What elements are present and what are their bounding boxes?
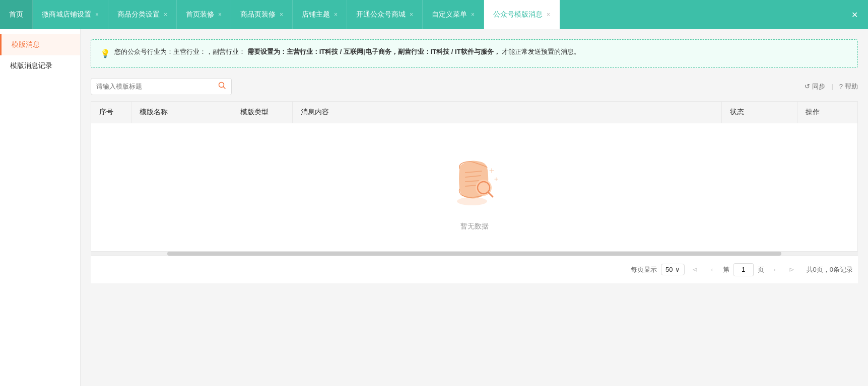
nav-tab-category[interactable]: 商品分类设置 × — [108, 0, 177, 29]
empty-text: 暂无数据 — [91, 222, 857, 231]
col-status: 状态 — [722, 101, 797, 123]
main-layout: 模版消息 模版消息记录 💡 您的公众号行业为：主营行业：，副营行业： 需要设置为… — [0, 29, 868, 386]
sidebar: 模版消息 模版消息记录 — [0, 29, 81, 386]
page-size-select[interactable]: 50 ∨ — [661, 264, 684, 275]
help-button[interactable]: ? 帮助 — [839, 82, 858, 91]
nav-tab-open-shop[interactable]: 开通公众号商城 × — [347, 0, 423, 29]
close-tab-category[interactable]: × — [164, 11, 167, 18]
close-tab-home-decor[interactable]: × — [218, 11, 222, 18]
sync-button[interactable]: ↺ 同步 — [805, 82, 825, 91]
last-page-button[interactable]: ⊳ — [785, 263, 798, 276]
nav-tab-product-decor[interactable]: 商品页装修 × — [231, 0, 293, 29]
notice-icon: 💡 — [100, 47, 110, 60]
col-name: 模版名称 — [131, 101, 232, 123]
toolbar-divider: | — [831, 83, 833, 90]
search-input[interactable] — [96, 83, 218, 90]
first-page-button[interactable]: ⊲ — [689, 263, 702, 276]
data-table: 序号 模版名称 模版类型 消息内容 状态 操作 — [91, 101, 858, 252]
sidebar-item-template-message-record[interactable]: 模版消息记录 — [0, 55, 80, 76]
notice-box: 💡 您的公众号行业为：主营行业：，副营行业： 需要设置为：主营行业：IT科技 /… — [91, 39, 858, 68]
sync-icon: ↺ — [805, 83, 810, 90]
page-unit: 页 — [758, 265, 764, 274]
close-tab-template-message[interactable]: × — [547, 11, 550, 18]
empty-illustration — [444, 153, 505, 214]
top-nav: 首页 微商城店铺设置 × 商品分类设置 × 首页装修 × 商品页装修 × 店铺主… — [0, 0, 868, 29]
scrollbar-thumb[interactable] — [167, 252, 781, 256]
table-container: 序号 模版名称 模版类型 消息内容 状态 操作 — [91, 101, 858, 256]
close-tab-custom-menu[interactable]: × — [471, 11, 475, 18]
toolbar-right: ↺ 同步 | ? 帮助 — [805, 82, 858, 91]
nav-tab-template-message[interactable]: 公众号模版消息 × — [484, 0, 560, 29]
page-input[interactable] — [733, 263, 754, 276]
page-size-label: 每页显示 — [631, 265, 657, 274]
sidebar-item-template-message[interactable]: 模版消息 — [0, 34, 80, 55]
horizontal-scrollbar[interactable] — [91, 252, 858, 256]
close-tab-store-settings[interactable]: × — [95, 11, 99, 18]
nav-tab-home[interactable]: 首页 — [0, 0, 33, 29]
search-input-wrapper — [91, 78, 232, 95]
next-page-button[interactable]: › — [768, 263, 781, 276]
close-tab-open-shop[interactable]: × — [410, 11, 413, 18]
close-all-button[interactable]: ✕ — [841, 10, 868, 20]
nav-tab-home-decor[interactable]: 首页装修 × — [177, 0, 231, 29]
close-tab-theme[interactable]: × — [334, 11, 338, 18]
col-content: 消息内容 — [293, 101, 722, 123]
nav-tab-store-settings[interactable]: 微商城店铺设置 × — [33, 0, 108, 29]
svg-line-9 — [488, 192, 493, 197]
prev-page-button[interactable]: ‹ — [706, 263, 719, 276]
help-icon: ? — [839, 83, 843, 90]
col-index: 序号 — [91, 101, 131, 123]
content-area: 💡 您的公众号行业为：主营行业：，副营行业： 需要设置为：主营行业：IT科技 /… — [81, 29, 868, 386]
page-total: 共0页，0条记录 — [807, 265, 853, 274]
notice-highlight: 需要设置为：主营行业：IT科技 / 互联网|电子商务，副营行业：IT科技 / I… — [247, 48, 500, 55]
search-icon[interactable] — [218, 82, 226, 91]
close-tab-product-decor[interactable]: × — [280, 11, 283, 18]
col-type: 模版类型 — [232, 101, 293, 123]
nav-tab-custom-menu[interactable]: 自定义菜单 × — [423, 0, 484, 29]
pagination: 每页显示 50 ∨ ⊲ ‹ 第 页 › ⊳ 共0页，0条记录 — [91, 256, 858, 283]
chevron-down-icon: ∨ — [675, 266, 680, 273]
col-action: 操作 — [797, 101, 858, 123]
svg-line-1 — [224, 87, 226, 89]
search-row: ↺ 同步 | ? 帮助 — [91, 78, 858, 95]
nav-tab-theme[interactable]: 店铺主题 × — [293, 0, 347, 29]
notice-text: 您的公众号行业为：主营行业：，副营行业： 需要设置为：主营行业：IT科技 / 互… — [114, 47, 580, 57]
page-label: 第 — [723, 265, 729, 274]
empty-state: 暂无数据 — [91, 123, 857, 251]
